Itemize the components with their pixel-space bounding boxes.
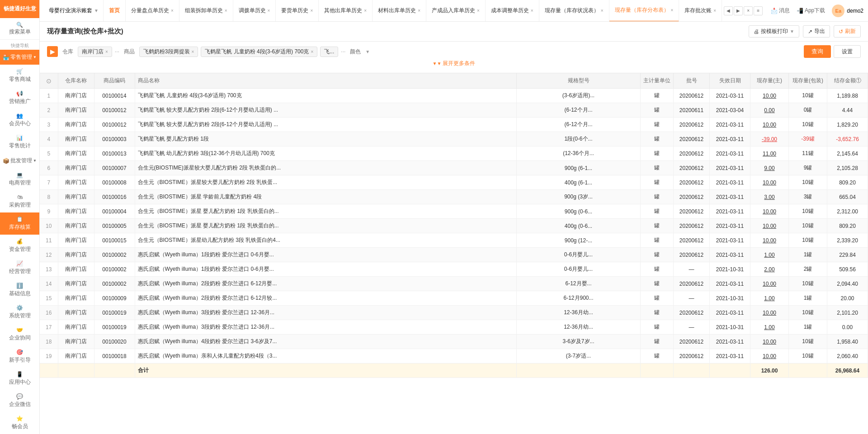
th-settings[interactable]: ⊙ <box>40 73 58 89</box>
sidebar-item-purchase[interactable]: 🛍 采购管理 <box>0 190 39 212</box>
row-stock-main[interactable]: 10.00 <box>750 349 789 363</box>
sidebar-item-guide[interactable]: 🎯 新手引导 <box>0 345 39 368</box>
sidebar-item-inventory[interactable]: 📋 库存核算 <box>0 212 39 235</box>
nav-tab-batch[interactable]: 库存批次账 × <box>679 0 722 22</box>
nav-tab-stock-status[interactable]: 现存量（库存状况表） × <box>539 0 609 22</box>
nav-tab-cost-adj[interactable]: 成本调整单历史 × <box>486 0 539 22</box>
row-unit: 罐 <box>641 349 674 363</box>
row-stock-main[interactable]: 10.00 <box>750 118 789 132</box>
product-tag-2[interactable]: 飞鹤星飞帆 儿童奶粉 4段(3-6岁适用) 700克 × <box>201 47 317 57</box>
nav-tab-inventory-check[interactable]: 分量盘点单历史 × <box>126 0 179 22</box>
row-stock-main[interactable]: 10.00 <box>750 175 789 190</box>
tab-next-btn[interactable]: ▶ <box>734 6 743 15</box>
close-icon[interactable]: × <box>477 8 480 13</box>
nav-tab-transfer[interactable]: 调拨单历史 × <box>233 0 276 22</box>
sidebar-item-enterprise-wx[interactable]: 💬 企业微信 <box>0 390 39 412</box>
nav-tab-stock-dist[interactable]: 现存量（库存分布表） × <box>609 0 679 22</box>
nav-tab-other-out[interactable]: 其他出库单历史 × <box>319 0 373 22</box>
warehouse-tag-del[interactable]: × <box>105 49 108 54</box>
close-icon[interactable]: × <box>225 8 227 13</box>
nav-tab-material-out[interactable]: 材料出库单历史 × <box>373 0 426 22</box>
app-download-btn[interactable]: 📲 App下载 <box>797 7 825 14</box>
tab-close-all-btn[interactable]: × <box>744 6 753 15</box>
sidebar-search[interactable]: 🔍 搜索菜单 <box>0 18 39 40</box>
tab-menu-btn[interactable]: ≡ <box>754 6 763 15</box>
close-icon[interactable]: × <box>171 8 174 13</box>
print-button[interactable]: 🖨 按模板打印 ▼ <box>749 25 799 38</box>
product-tag-more[interactable]: 飞... <box>320 47 338 57</box>
sidebar-item-retail[interactable]: 🏪 零售管理 ▼ <box>0 50 39 65</box>
row-stock-main[interactable]: 10.00 <box>750 277 789 291</box>
row-stock-main[interactable]: 10.00 <box>750 204 789 219</box>
sidebar-item-system[interactable]: ⚙️ 系统管理 <box>0 301 39 323</box>
row-warehouse: 南岸门店 <box>58 306 94 320</box>
sidebar-item-wholesale[interactable]: 📦 批发管理 ▼ <box>0 153 39 168</box>
product-tag-1[interactable]: 飞鹤奶粉3段两提装 × <box>139 47 198 57</box>
nav-tab-order[interactable]: 要货单历史 × <box>276 0 319 22</box>
nav-tab-product-in[interactable]: 产成品入库单历史 × <box>426 0 486 22</box>
product-more-dots[interactable]: ··· <box>341 48 345 55</box>
row-stock-main[interactable]: 10.00 <box>750 233 789 248</box>
color-dropdown-icon[interactable]: ▼ <box>365 49 370 54</box>
row-stock-main[interactable]: 11.00 <box>750 146 789 161</box>
row-stock-main[interactable]: 10.00 <box>750 219 789 233</box>
sidebar-item-retail-stat[interactable]: 📊 零售统计 <box>0 131 39 153</box>
close-icon[interactable]: × <box>671 8 674 13</box>
sidebar-item-vip[interactable]: ⭐ 畅会员 <box>0 412 39 434</box>
sidebar-item-enterprise[interactable]: 🤝 企业协同 <box>0 323 39 345</box>
refresh-icon: ↺ <box>839 28 843 35</box>
row-stock-main[interactable]: 0.00 <box>750 103 789 118</box>
row-stock-main[interactable]: 10.00 <box>750 89 789 103</box>
sidebar-item-operations[interactable]: 📈 经营管理 <box>0 257 39 279</box>
sidebar-item-member[interactable]: 👥 会员中心 <box>0 109 39 131</box>
filter-toggle-btn[interactable]: ▶ <box>47 46 58 57</box>
inventory-icon: 📋 <box>16 216 23 222</box>
tab-prev-btn[interactable]: ◀ <box>724 6 733 15</box>
close-icon[interactable]: × <box>713 8 716 13</box>
row-stock-main[interactable]: 10.00 <box>750 335 789 349</box>
row-stock-pack: 10罐 <box>789 233 827 248</box>
close-icon[interactable]: × <box>310 8 313 13</box>
export-button[interactable]: ↗ 导出 <box>803 25 830 38</box>
warehouse-tag[interactable]: 南岸门店 × <box>78 47 112 57</box>
row-stock-main[interactable]: 1.00 <box>750 320 789 335</box>
close-icon[interactable]: × <box>364 8 367 13</box>
row-stock-main[interactable]: 2.00 <box>750 262 789 277</box>
nav-tab-home[interactable]: 首页 <box>104 0 126 22</box>
sidebar-item-marketing[interactable]: 📢 营销推广 <box>0 87 39 109</box>
row-batch: — <box>674 291 710 306</box>
sidebar-item-ecommerce[interactable]: 💻 电商管理 <box>0 168 39 190</box>
sidebar-item-appcenter[interactable]: 📱 应用中心 <box>0 368 39 390</box>
product-tag-1-del[interactable]: × <box>192 49 194 54</box>
sidebar-item-retail-shop[interactable]: 🛒 零售商城 <box>0 65 39 87</box>
close-icon[interactable]: × <box>268 8 270 13</box>
row-expire: 2021-03-11 <box>710 349 750 363</box>
close-icon[interactable]: × <box>531 8 533 13</box>
row-stock-main[interactable]: 9.00 <box>750 161 789 175</box>
row-stock-main[interactable]: 10.00 <box>750 306 789 320</box>
nav-tab-assemble[interactable]: 组装拆卸单历史 × <box>179 0 233 22</box>
expand-filter-btn[interactable]: ▼▼ 展开更多条件 <box>47 58 861 69</box>
row-stock-main[interactable]: -39.00 <box>750 132 789 146</box>
row-stock-main[interactable]: 1.00 <box>750 291 789 306</box>
row-expire: 2021-03-11 <box>710 190 750 204</box>
row-stock-main[interactable]: 1.00 <box>750 248 789 262</box>
warehouse-more[interactable]: ··· <box>115 48 119 55</box>
row-name: 飞鹤星飞帆 婴儿配方奶粉 1段 <box>135 132 517 146</box>
query-button[interactable]: 查询 <box>804 45 831 58</box>
refresh-button[interactable]: ↺ 刷新 <box>834 25 861 38</box>
th-amount: 结存金额① <box>827 73 868 89</box>
close-icon[interactable]: × <box>418 8 420 13</box>
sidebar-item-basic[interactable]: ℹ️ 基础信息 <box>0 279 39 301</box>
messages-btn[interactable]: 📩 消息 <box>771 7 790 14</box>
row-stock-main[interactable]: 3.00 <box>750 190 789 204</box>
setting-button[interactable]: 设置 <box>834 45 861 58</box>
sidebar-item-finance[interactable]: 💰 资金管理 <box>0 235 39 257</box>
row-unit: 罐 <box>641 320 674 335</box>
product-tag-2-del[interactable]: × <box>311 49 313 54</box>
row-stock-pack: 1罐 <box>789 291 827 306</box>
user-profile[interactable]: Ea demo2 <box>832 5 863 17</box>
table-settings-icon[interactable]: ⊙ <box>46 77 52 85</box>
close-icon[interactable]: × <box>601 8 604 13</box>
account-selector[interactable]: 母婴行业演示账套 ▼ <box>44 0 104 22</box>
